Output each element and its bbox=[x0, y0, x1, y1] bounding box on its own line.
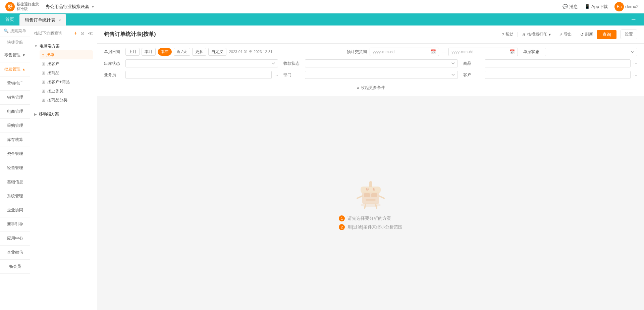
scheme-item-label-customer: 按客户 bbox=[47, 61, 59, 67]
tab-minimize-btn[interactable]: ─ bbox=[632, 16, 635, 22]
cal-icon-from[interactable]: 📅 bbox=[431, 49, 436, 54]
print-btn[interactable]: 🖨 按模板打印 ▾ bbox=[522, 32, 551, 37]
dept-select[interactable] bbox=[305, 71, 458, 79]
collapse-btn[interactable]: ∧ 收起更多条件 bbox=[104, 82, 637, 92]
goods-more-icon[interactable]: ··· bbox=[633, 61, 637, 66]
scheme-item-by-goods-cat[interactable]: ⊞ 按商品分类 bbox=[40, 96, 93, 105]
sidebar-item-retail[interactable]: 零售管理 ▼ bbox=[0, 48, 30, 62]
sidebar-item-label-basic: 基础信息 bbox=[7, 179, 23, 185]
expected-date-label: 预计交货期 bbox=[347, 49, 367, 55]
sidebar-item-wechat[interactable]: 企业微信 bbox=[0, 246, 30, 260]
sidebar-item-label-finance: 资金管理 bbox=[7, 151, 23, 157]
date-btn-this-month[interactable]: 本月 bbox=[142, 48, 156, 56]
app-title-dropdown[interactable]: ▾ bbox=[92, 4, 94, 9]
app-download-btn[interactable]: 📱 App下载 bbox=[585, 4, 608, 10]
message-btn[interactable]: 💬 消息 bbox=[562, 4, 578, 10]
goods-group: 商品 ··· bbox=[463, 59, 637, 67]
empty-illustration bbox=[354, 176, 387, 210]
scheme-item-by-customer[interactable]: ⊞ 按客户 bbox=[40, 59, 93, 68]
scheme-list-pc: ○ 按单 ⊞ 按客户 ⊞ 按商品 ⊞ 按客户+商品 bbox=[40, 50, 93, 105]
home-tab-label: 首页 bbox=[5, 16, 14, 22]
sidebar-item-sales[interactable]: 销售管理 bbox=[0, 91, 30, 105]
help-btn[interactable]: ? 帮助 bbox=[502, 32, 514, 37]
scheme-pc-section: ▼ 电脑端方案 ○ 按单 ⊞ 按客户 ⊞ 按商品 bbox=[30, 39, 97, 107]
filter-row-3: 业务员 ··· 部门 客户 ··· bbox=[104, 71, 637, 79]
scheme-item-icon-order: ○ bbox=[42, 52, 44, 58]
sidebar-item-label-sales: 销售管理 bbox=[7, 95, 23, 100]
scheme-add-btn[interactable]: + bbox=[74, 30, 77, 36]
main-page: 销售订单统计表(按单) ? 帮助 🖨 按模板打印 ▾ ↗ bbox=[97, 25, 644, 310]
sidebar-item-enterprise[interactable]: 企业协同 bbox=[0, 203, 30, 217]
date-btn-this-year[interactable]: 本年 bbox=[158, 48, 172, 56]
sidebar-item-appcenter[interactable]: 应用中心 bbox=[0, 231, 30, 246]
scheme-mobile-header[interactable]: ▶ 移动端方案 bbox=[34, 110, 93, 118]
date-filter-group: 单据日期 上月 本月 本年 近7天 更多 自定义 2023-01-01 至 20… bbox=[104, 48, 341, 56]
sidebar-item-marketing[interactable]: 营销推广 bbox=[0, 76, 30, 91]
tab-active[interactable]: 销售订单统计表 × bbox=[19, 14, 66, 26]
tab-maximize-btn[interactable]: □ bbox=[638, 16, 641, 22]
date-dash: — bbox=[442, 50, 446, 54]
top-bar-right: 💬 消息 📱 App下载 Ea demo2 bbox=[562, 2, 639, 11]
scheme-item-label-order: 按单 bbox=[46, 52, 54, 58]
sidebar-item-inventory[interactable]: 库存核算 bbox=[0, 133, 30, 147]
expected-date-from[interactable]: yyyy-mm-dd 📅 bbox=[370, 48, 439, 56]
scheme-item-by-order[interactable]: ○ 按单 bbox=[40, 50, 93, 59]
sidebar-item-system[interactable]: 系统管理 bbox=[0, 189, 30, 203]
refresh-btn[interactable]: ↺ 刷新 bbox=[580, 32, 593, 37]
pc-section-label: 电脑端方案 bbox=[40, 43, 60, 49]
tab-close-btn[interactable]: × bbox=[59, 18, 61, 22]
salesman-more-icon[interactable]: ··· bbox=[274, 72, 278, 78]
ship-status-select[interactable] bbox=[125, 59, 278, 67]
query-btn[interactable]: 查询 bbox=[597, 30, 616, 39]
doc-status-select[interactable] bbox=[545, 48, 637, 56]
sidebar-item-purchase[interactable]: 采购管理 bbox=[0, 119, 30, 133]
sidebar-nav[interactable]: 快捷导航 bbox=[0, 37, 30, 48]
date-btn-last-month[interactable]: 上月 bbox=[125, 48, 140, 56]
sidebar-item-member[interactable]: 畅会员 bbox=[0, 260, 30, 274]
date-btn-7days[interactable]: 近7天 bbox=[174, 48, 190, 56]
settings-btn[interactable]: 设置 bbox=[621, 30, 637, 39]
logo-text: 畅捷通好生意 标准版 bbox=[17, 2, 39, 11]
svg-point-8 bbox=[367, 188, 368, 189]
salesman-input[interactable] bbox=[125, 71, 272, 79]
action-divider3 bbox=[576, 32, 576, 37]
left-sidebar: 🔍 搜索菜单 快捷导航 零售管理 ▼ 批发管理 ▲ 营销推广 销售管理 电商管理… bbox=[0, 25, 30, 310]
sidebar-item-finance[interactable]: 资金管理 bbox=[0, 147, 30, 161]
dept-group: 部门 bbox=[283, 71, 458, 79]
print-icon: 🖨 bbox=[522, 32, 526, 37]
goods-input[interactable] bbox=[485, 59, 631, 67]
collect-status-label: 收款状态 bbox=[283, 61, 302, 66]
user-area[interactable]: Ea demo2 bbox=[614, 2, 639, 11]
tab-home[interactable]: 首页 bbox=[0, 13, 19, 25]
sidebar-item-ecom[interactable]: 电商管理 bbox=[0, 105, 30, 119]
message-icon: 💬 bbox=[562, 4, 568, 9]
date-btn-custom[interactable]: 自定义 bbox=[208, 48, 226, 56]
pc-section-arrow: ▼ bbox=[34, 44, 38, 48]
svg-rect-3 bbox=[371, 193, 377, 197]
sidebar-item-operation[interactable]: 经营管理 bbox=[0, 161, 30, 175]
customer-more-icon[interactable]: ··· bbox=[633, 72, 637, 78]
top-bar-left: 好 畅捷通好生意 标准版 办公用品行业模拟账套 ▾ bbox=[5, 2, 94, 11]
scheme-settings-btn[interactable]: ⊙ bbox=[80, 31, 85, 36]
sidebar-retail-arrow: ▼ bbox=[22, 53, 25, 57]
expected-date-to[interactable]: yyyy-mm-dd 📅 bbox=[448, 48, 518, 56]
collect-status-select[interactable] bbox=[305, 59, 458, 67]
sidebar-item-wholesale[interactable]: 批发管理 ▲ bbox=[0, 62, 30, 76]
customer-input[interactable] bbox=[485, 71, 631, 79]
page-header: 销售订单统计表(按单) ? 帮助 🖨 按模板打印 ▾ ↗ bbox=[97, 25, 644, 44]
scheme-pc-header[interactable]: ▼ 电脑端方案 bbox=[34, 42, 93, 50]
expected-date-group: 预计交货期 yyyy-mm-dd 📅 — yyyy-mm-dd 📅 bbox=[347, 48, 518, 56]
export-btn[interactable]: ↗ 导出 bbox=[559, 32, 572, 37]
sidebar-item-guide[interactable]: 新手引导 bbox=[0, 217, 30, 231]
mobile-section-arrow: ▶ bbox=[34, 112, 37, 116]
scheme-collapse-btn[interactable]: ≪ bbox=[88, 31, 93, 36]
scheme-item-by-salesman[interactable]: ⊞ 按业务员 bbox=[40, 87, 93, 96]
svg-point-11 bbox=[369, 181, 372, 184]
scheme-item-by-customer-goods[interactable]: ⊞ 按客户+商品 bbox=[40, 78, 93, 87]
phone-icon: 📱 bbox=[585, 4, 590, 9]
sidebar-item-basic[interactable]: 基础信息 bbox=[0, 175, 30, 189]
cal-icon-to[interactable]: 📅 bbox=[509, 49, 515, 54]
sidebar-search[interactable]: 🔍 搜索菜单 bbox=[0, 25, 30, 37]
date-btn-more[interactable]: 更多 bbox=[192, 48, 206, 56]
scheme-item-by-goods[interactable]: ⊞ 按商品 bbox=[40, 68, 93, 78]
